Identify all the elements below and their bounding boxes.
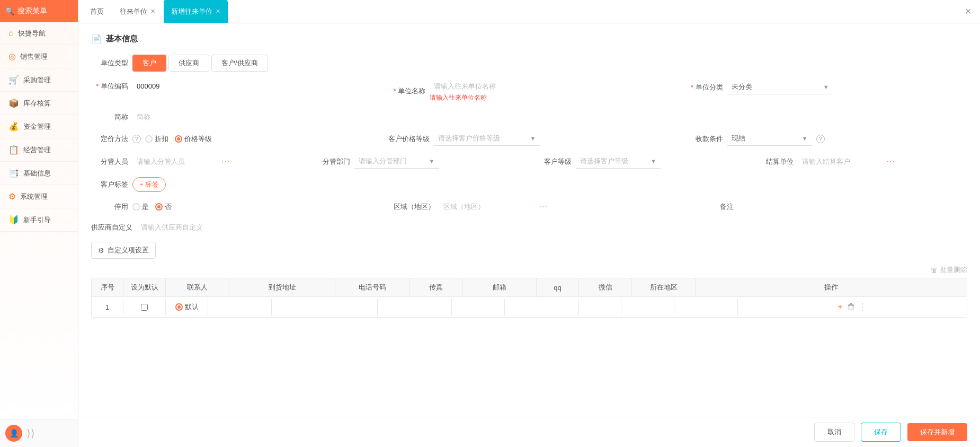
row-checkbox[interactable]: [141, 304, 148, 311]
tab-home[interactable]: 首页: [83, 0, 111, 23]
disabled-radio-group: 是 否: [132, 202, 172, 212]
cancel-btn[interactable]: 取消: [814, 423, 854, 442]
user-avatar: 👤: [5, 425, 22, 442]
cell-wechat[interactable]: [621, 299, 674, 315]
default-radio[interactable]: 默认: [175, 302, 199, 312]
phone-input[interactable]: [383, 303, 446, 311]
home-icon: ⌂: [8, 29, 14, 38]
disabled-no-circle: [155, 203, 163, 211]
pricing-help-icon[interactable]: ?: [132, 135, 141, 143]
cell-email[interactable]: [505, 299, 579, 315]
form-row-5: 客户标签 + 标签: [91, 177, 967, 192]
contact-table: 序号 设为默认 联系人 到货地址 电话号码 传真 邮箱 qq 微信 所在地区 操…: [91, 278, 967, 318]
customer-tag-group: 客户标签 + 标签: [91, 177, 967, 192]
cell-region[interactable]: [674, 299, 738, 315]
row-drag-handle[interactable]: ⋮: [858, 301, 867, 313]
close-all-tabs-btn[interactable]: ✕: [960, 4, 976, 19]
sidebar-item-quick-nav[interactable]: ⌂ 快捷导航: [0, 22, 78, 45]
disabled-no-radio[interactable]: 否: [155, 202, 172, 212]
save-btn[interactable]: 保存: [861, 423, 901, 442]
tab-partners-label: 往来单位: [120, 7, 147, 16]
type-btn-customer[interactable]: 客户: [132, 55, 166, 72]
pricing-discount-radio[interactable]: 折扣: [145, 134, 168, 144]
wechat-input[interactable]: [627, 303, 669, 311]
sidebar-item-guide[interactable]: 🔰 新手引导: [0, 208, 78, 232]
add-tag-btn[interactable]: + 标签: [132, 177, 166, 192]
short-name-input[interactable]: [132, 111, 238, 123]
tab-partners[interactable]: 往来单位 ✕: [112, 0, 163, 23]
type-btn-supplier[interactable]: 供应商: [168, 55, 209, 72]
pricing-level-radio[interactable]: 价格等级: [175, 134, 212, 144]
qq-input[interactable]: [584, 303, 616, 311]
payment-help-icon[interactable]: ?: [816, 135, 825, 143]
guide-icon: 🔰: [8, 215, 19, 225]
unit-type-label: 单位类型: [91, 58, 128, 68]
dept-label: 分管部门: [313, 157, 350, 166]
supplier-custom-input[interactable]: [137, 221, 253, 233]
search-menu-btn[interactable]: 🔍 搜索菜单: [0, 0, 78, 22]
remark-input[interactable]: [738, 200, 886, 213]
sidebar-expand-icon[interactable]: ⟩⟩: [26, 427, 35, 440]
dept-select[interactable]: 请输入分管部门 ▼: [354, 154, 439, 169]
cell-fax[interactable]: [452, 299, 505, 315]
contact-input[interactable]: [213, 303, 266, 311]
sidebar-item-finance[interactable]: 💰 资金管理: [0, 115, 78, 138]
th-email: 邮箱: [462, 278, 537, 296]
row-add-btn[interactable]: +: [838, 302, 842, 312]
form-row-2: 简称: [91, 111, 967, 123]
customer-level-select[interactable]: 请选择客户等级 ▼: [576, 154, 661, 169]
pricing-discount-label: 折扣: [155, 134, 168, 144]
settlement-more-btn[interactable]: ···: [887, 157, 895, 166]
type-btn-both[interactable]: 客户/供应商: [211, 55, 268, 72]
settlement-unit-input[interactable]: [798, 155, 883, 168]
disabled-label: 停用: [91, 202, 128, 212]
region-input[interactable]: [439, 200, 534, 213]
tab-partners-close[interactable]: ✕: [150, 8, 155, 15]
sidebar-item-label: 销售管理: [20, 52, 48, 62]
address-input[interactable]: [277, 303, 372, 311]
region-cell-input[interactable]: [680, 303, 732, 311]
cell-address[interactable]: [272, 299, 378, 315]
unit-name-input[interactable]: [430, 80, 546, 92]
customer-price-select[interactable]: 请选择客户价格等级 ▼: [434, 132, 540, 146]
email-input[interactable]: [510, 303, 573, 311]
tab-new-partner[interactable]: 新增往来单位 ✕: [164, 0, 228, 23]
remark-label: 备注: [697, 202, 734, 212]
manager-group: 分管人员 ···: [91, 155, 302, 168]
unit-category-chevron: ▼: [823, 84, 829, 90]
sidebar-item-basic-info[interactable]: 📑 基础信息: [0, 162, 78, 185]
cell-checkbox[interactable]: [123, 300, 166, 315]
th-phone: 电话号码: [335, 278, 409, 296]
section-header: 📄 基本信息: [91, 34, 967, 44]
unit-code-input[interactable]: [132, 80, 238, 92]
custom-settings-btn[interactable]: ⚙ 自定义项设置: [91, 242, 156, 259]
th-address: 到货地址: [229, 278, 335, 296]
customer-price-label: 客户价格等级: [388, 134, 430, 144]
sidebar-item-inventory[interactable]: 📦 库存核算: [0, 92, 78, 115]
tab-new-partner-close[interactable]: ✕: [216, 8, 220, 15]
row-delete-btn[interactable]: 🗑: [847, 302, 856, 312]
sidebar-item-label: 经营管理: [23, 145, 51, 155]
form-row-6: 停用 是 否 区域（地区） ··· 备注: [91, 200, 967, 213]
payment-terms-value: 现结: [732, 134, 745, 143]
batch-delete-label[interactable]: 批量删除: [940, 265, 967, 275]
sidebar-item-system[interactable]: ⚙ 系统管理: [0, 185, 78, 208]
fax-input[interactable]: [457, 303, 499, 311]
payment-terms-select[interactable]: 现结 ▼: [727, 132, 812, 146]
pricing-level-circle: [175, 135, 182, 143]
cell-contact[interactable]: [208, 299, 272, 315]
settlement-unit-group: 结算单位 ···: [756, 155, 968, 168]
unit-category-select[interactable]: 未分类 ▼: [727, 80, 833, 94]
region-more-btn[interactable]: ···: [539, 202, 547, 212]
customer-level-group: 客户等级 请选择客户等级 ▼: [534, 154, 746, 169]
cell-phone[interactable]: [378, 299, 452, 315]
disabled-yes-radio[interactable]: 是: [132, 202, 149, 212]
cell-default[interactable]: 默认: [166, 298, 208, 316]
cell-qq[interactable]: [579, 299, 621, 315]
sidebar-item-purchase[interactable]: 🛒 采购管理: [0, 68, 78, 92]
save-new-btn[interactable]: 保存并新增: [907, 423, 967, 441]
manager-more-btn[interactable]: ···: [221, 157, 230, 166]
sidebar-item-sales[interactable]: ◎ 销售管理: [0, 45, 78, 68]
sidebar-item-operations[interactable]: 📋 经营管理: [0, 138, 78, 162]
manager-input[interactable]: [132, 155, 217, 168]
